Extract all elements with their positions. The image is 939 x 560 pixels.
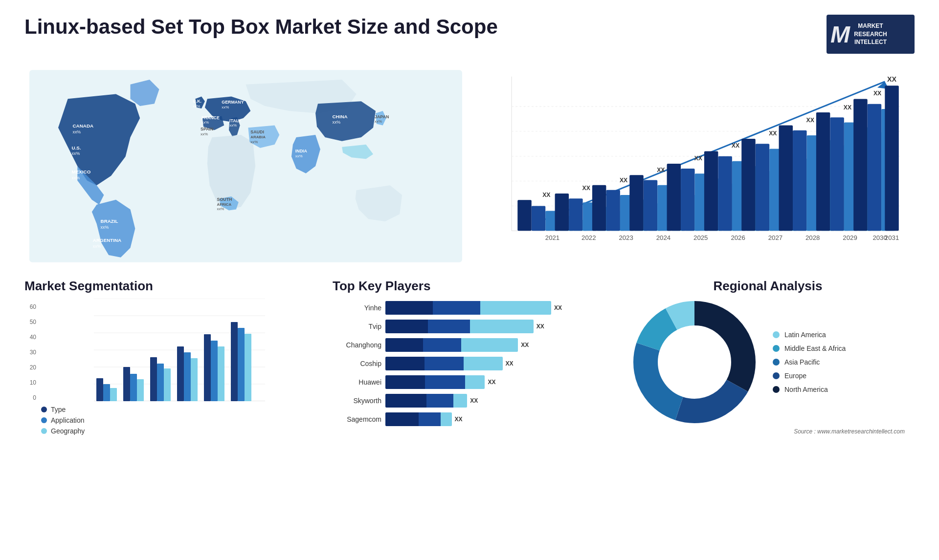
- svg-rect-84: [741, 139, 755, 231]
- svg-rect-135: [231, 322, 238, 401]
- svg-text:CANADA: CANADA: [73, 123, 94, 129]
- page-title: Linux-based Set Top Box Market Size and …: [24, 15, 498, 39]
- svg-text:FRANCE: FRANCE: [201, 115, 220, 120]
- label-europe: Europe: [784, 372, 806, 380]
- svg-rect-91: [779, 126, 793, 231]
- svg-rect-132: [204, 334, 211, 401]
- world-map-svg: CANADA xx% U.S. xx% MEXICO xx% BRAZIL xx…: [29, 64, 462, 269]
- logo-m-icon: M: [830, 21, 850, 48]
- svg-text:2031: 2031: [885, 234, 899, 241]
- seg-chart-svg: 2021 2022 2023 2024 2025 2026: [41, 299, 318, 401]
- dot-middle-east: [773, 345, 780, 352]
- svg-text:INDIA: INDIA: [295, 149, 308, 153]
- svg-text:xx%: xx%: [72, 175, 80, 180]
- svg-rect-120: [96, 378, 103, 401]
- svg-text:xx%: xx%: [295, 154, 303, 158]
- legend-middle-east: Middle East & Africa: [773, 345, 846, 352]
- svg-text:BRAZIL: BRAZIL: [101, 218, 118, 224]
- svg-text:U.K.: U.K.: [193, 99, 201, 104]
- svg-text:2024: 2024: [656, 234, 671, 241]
- label-asia-pacific: Asia Pacific: [784, 358, 820, 366]
- svg-rect-77: [704, 151, 718, 231]
- svg-text:xx%: xx%: [250, 140, 258, 144]
- svg-text:AFRICA: AFRICA: [217, 202, 232, 207]
- label-middle-east: Middle East & Africa: [784, 345, 846, 352]
- svg-rect-137: [245, 334, 251, 401]
- player-bar-skyworth: XX: [385, 394, 606, 408]
- svg-text:SAUDI: SAUDI: [250, 129, 264, 134]
- svg-text:XX: XX: [732, 142, 740, 149]
- svg-rect-125: [137, 379, 144, 401]
- seg-y-axis: 60 50 40 30 20 10 0: [24, 303, 36, 401]
- player-name-coship: Coship: [333, 360, 381, 367]
- svg-text:xx%: xx%: [101, 225, 109, 230]
- header: Linux-based Set Top Box Market Size and …: [0, 0, 939, 59]
- svg-rect-98: [816, 112, 830, 231]
- bar-chart-section: 2021 XX 2022 XX 2023 XX 2024: [472, 59, 915, 274]
- svg-text:XX: XX: [769, 130, 777, 137]
- svg-rect-92: [793, 130, 806, 231]
- svg-rect-63: [629, 175, 643, 231]
- svg-rect-124: [130, 374, 137, 401]
- svg-rect-49: [555, 194, 569, 231]
- legend-dot-geography: [41, 428, 47, 434]
- svg-text:XX: XX: [657, 167, 665, 173]
- svg-rect-122: [110, 388, 117, 401]
- legend-asia-pacific: Asia Pacific: [773, 358, 846, 366]
- player-name-sagemcom: Sagemcom: [333, 415, 381, 423]
- svg-rect-42: [517, 200, 531, 231]
- svg-text:xx%: xx%: [217, 207, 224, 211]
- svg-text:2028: 2028: [805, 234, 820, 241]
- seg-chart-wrapper: 60 50 40 30 20 10 0: [24, 299, 318, 416]
- svg-text:2026: 2026: [731, 234, 745, 241]
- legend-label-application: Application: [51, 416, 85, 424]
- key-players-title: Top Key Players: [333, 279, 606, 294]
- player-bar-coship: XX: [385, 357, 606, 370]
- legend-geography: Geography: [41, 427, 318, 435]
- svg-rect-121: [103, 384, 110, 401]
- svg-text:2022: 2022: [581, 234, 596, 241]
- player-name-changhong: Changhong: [333, 341, 381, 349]
- svg-text:MEXICO: MEXICO: [72, 169, 91, 174]
- svg-text:ARGENTINA: ARGENTINA: [93, 237, 121, 243]
- svg-text:xx%: xx%: [375, 120, 382, 124]
- svg-text:ITALY: ITALY: [229, 118, 241, 123]
- dot-latin-america: [773, 331, 780, 338]
- legend-type: Type: [41, 406, 318, 413]
- svg-text:XX: XX: [844, 104, 852, 111]
- regional-title: Regional Analysis: [631, 279, 905, 294]
- svg-text:xx%: xx%: [193, 104, 200, 108]
- label-latin-america: Latin America: [784, 331, 826, 339]
- svg-text:XX: XX: [694, 155, 703, 162]
- svg-text:JAPAN: JAPAN: [375, 114, 389, 119]
- svg-rect-106: [868, 104, 881, 231]
- svg-rect-99: [830, 117, 844, 231]
- legend-dot-application: [41, 417, 47, 423]
- dot-north-america: [773, 386, 780, 393]
- svg-text:SPAIN: SPAIN: [201, 127, 213, 131]
- svg-text:xx%: xx%: [222, 105, 229, 109]
- svg-text:CHINA: CHINA: [333, 114, 348, 119]
- growth-chart-svg: 2021 XX 2022 XX 2023 XX 2024: [482, 64, 905, 269]
- svg-text:xx%: xx%: [229, 123, 237, 128]
- svg-text:xx%: xx%: [201, 120, 209, 125]
- label-north-america: North America: [784, 386, 828, 393]
- player-row-changhong: Changhong XX: [333, 338, 606, 352]
- svg-text:2029: 2029: [843, 234, 857, 241]
- player-name-tvip: Tvip: [333, 323, 381, 330]
- dot-europe: [773, 372, 780, 379]
- player-row-yinhe: Yinhe XX: [333, 301, 606, 315]
- regional-legend: Latin America Middle East & Africa Asia …: [773, 331, 846, 393]
- svg-text:ARABIA: ARABIA: [250, 135, 266, 139]
- player-name-huawei: Huawei: [333, 378, 381, 386]
- svg-text:2023: 2023: [619, 234, 633, 241]
- logo-box: M MARKET RESEARCH INTELLECT: [827, 15, 915, 54]
- top-row: CANADA xx% U.S. xx% MEXICO xx% BRAZIL xx…: [0, 59, 939, 274]
- svg-text:2021: 2021: [545, 234, 559, 241]
- logo-area: M MARKET RESEARCH INTELLECT: [827, 15, 915, 54]
- svg-rect-50: [569, 198, 582, 231]
- svg-text:xx%: xx%: [72, 151, 80, 156]
- player-row-sagemcom: Sagemcom XX: [333, 412, 606, 426]
- svg-rect-105: [853, 99, 867, 231]
- logo-text: MARKET RESEARCH INTELLECT: [854, 22, 887, 46]
